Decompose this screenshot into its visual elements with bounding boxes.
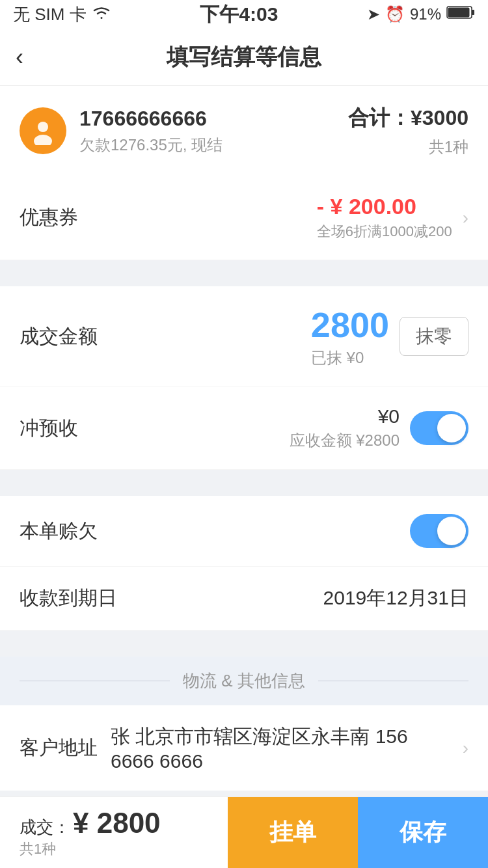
address-chevron-icon: › [463,738,468,759]
hang-order-button[interactable]: 挂单 [228,797,358,869]
round-zero-button[interactable]: 抹零 [400,317,468,356]
order-debt-right [410,514,468,548]
nav-bar: ‹ 填写结算等信息 [0,29,488,86]
section-sep-2 [0,644,488,657]
prepayment-right: ¥0 应收金额 ¥2800 [290,405,468,451]
svg-rect-2 [448,8,469,18]
customer-phone: 17666666666 [79,107,223,131]
order-debt-toggle-thumb [437,517,466,545]
bottom-deal-label: 成交： [20,816,70,839]
save-button[interactable]: 保存 [358,797,488,869]
customer-row: 17666666666 欠款1276.35元, 现结 合计：¥3000 共1种 [0,86,488,176]
coupon-value-wrap: - ¥ 200.00 全场6折满1000减200 [317,194,452,241]
logistics-section-label: 物流 & 其他信息 [170,670,318,692]
battery-icon [446,5,475,23]
toggle-thumb [437,414,466,442]
prepayment-receivable: 应收金额 ¥2800 [290,430,400,451]
bottom-bar: 成交： ¥ 2800 共1种 挂单 保存 [0,796,488,868]
due-date-right: 2019年12月31日 [323,585,468,612]
prepayment-amount: ¥0 [290,405,400,427]
avatar [20,107,66,154]
order-debt-row: 本单赊欠 [0,496,488,567]
coupon-right: - ¥ 200.00 全场6折满1000减200 › [317,194,468,241]
status-left: 无 SIM 卡 [13,3,111,26]
total-amount: 合计：¥3000 [348,104,468,133]
status-time: 下午4:03 [200,1,278,28]
battery-level: 91% [410,5,441,23]
customer-right: 合计：¥3000 共1种 [348,104,468,157]
prepayment-label: 冲预收 [20,415,78,442]
bottom-deal-amount: ¥ 2800 [73,807,161,839]
coupon-row[interactable]: 优惠券 - ¥ 200.00 全场6折满1000减200 › [0,176,488,260]
total-count: 共1种 [348,137,468,157]
divider-1 [0,273,488,286]
customer-card: 17666666666 欠款1276.35元, 现结 合计：¥3000 共1种 … [0,86,488,260]
customer-info: 17666666666 欠款1276.35元, 现结 [79,107,223,156]
customer-debt: 欠款1276.35元, 现结 [79,135,223,156]
deal-amount-card: 成交金额 2800 已抹 ¥0 抹零 冲预收 ¥0 应收金额 ¥2800 [0,286,488,470]
section-sep-1 [0,483,488,496]
deal-amount-value: 2800 [311,305,389,345]
coupon-desc: 全场6折满1000减200 [317,222,452,241]
deal-amount-row: 成交金额 2800 已抹 ¥0 抹零 [0,286,488,387]
bottom-deal-wrap: 成交： ¥ 2800 [20,807,208,839]
deal-amount-wrap: 2800 已抹 ¥0 [311,305,389,368]
due-date-row: 收款到期日 2019年12月31日 [0,567,488,631]
address-value: 张 北京市市辖区海淀区永丰南 156 6666 6666 [98,724,463,772]
deal-already: 已抹 ¥0 [311,347,389,368]
due-date-label: 收款到期日 [20,585,117,612]
order-debt-toggle[interactable] [410,514,468,548]
wifi-icon [92,5,111,25]
back-button[interactable]: ‹ [16,44,55,71]
bottom-left: 成交： ¥ 2800 共1种 [0,807,228,859]
svg-rect-1 [472,10,474,15]
status-right: ➤ ⏰ 91% [367,5,475,23]
content: 17666666666 欠款1276.35元, 现结 合计：¥3000 共1种 … [0,86,488,868]
location-icon: ➤ [367,5,380,23]
prepayment-row: 冲预收 ¥0 应收金额 ¥2800 [0,387,488,470]
sim-label: 无 SIM 卡 [13,3,87,26]
due-date-value: 2019年12月31日 [323,585,468,612]
customer-left: 17666666666 欠款1276.35元, 现结 [20,107,223,156]
page-title: 填写结算等信息 [167,42,321,72]
coupon-label: 优惠券 [20,204,78,231]
divider-line-left [20,681,170,681]
prepayment-toggle[interactable] [410,411,468,445]
divider-line-right [318,681,468,681]
logistics-section-header: 物流 & 其他信息 [0,657,488,705]
order-debt-label: 本单赊欠 [20,518,98,545]
deal-amount-label: 成交金额 [20,323,98,350]
status-bar: 无 SIM 卡 下午4:03 ➤ ⏰ 91% [0,0,488,29]
alarm-icon: ⏰ [385,5,405,23]
svg-point-3 [38,122,48,132]
svg-point-4 [34,135,52,145]
coupon-value: - ¥ 200.00 [317,194,452,219]
address-row[interactable]: 客户地址 张 北京市市辖区海淀区永丰南 156 6666 6666 › [0,705,488,791]
deal-amount-right: 2800 已抹 ¥0 抹零 [311,305,468,368]
coupon-chevron-icon: › [463,208,468,228]
prepayment-value-wrap: ¥0 应收金额 ¥2800 [290,405,400,451]
order-debt-card: 本单赊欠 收款到期日 2019年12月31日 [0,496,488,631]
address-label: 客户地址 [20,735,98,761]
bottom-deal-count: 共1种 [20,839,208,859]
